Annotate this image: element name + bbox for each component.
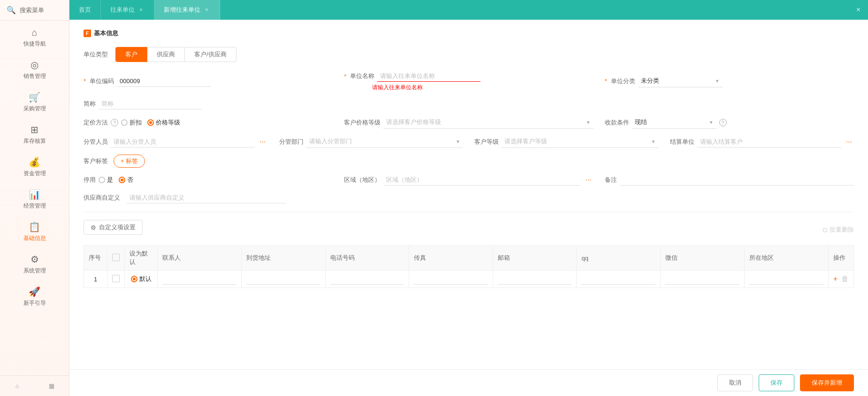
sidebar-item-newbie[interactable]: 🚀 新手引导 bbox=[0, 280, 69, 312]
th-phone: 电话号码 bbox=[325, 246, 409, 271]
address-input[interactable] bbox=[246, 273, 320, 285]
region-field: 区域（地区） ··· bbox=[344, 174, 593, 186]
dept-arrow: ▼ bbox=[456, 139, 460, 144]
bulk-delete-button[interactable]: ⊡ 批量删除 bbox=[822, 225, 854, 234]
cancel-button[interactable]: 取消 bbox=[717, 374, 753, 391]
tabbar: 首页 往来单位 × 新增往来单位 × × bbox=[69, 0, 868, 20]
pricing-help-icon[interactable]: ? bbox=[111, 119, 118, 126]
customer-price-level-arrow: ▼ bbox=[586, 120, 591, 125]
customer-level-select[interactable]: 请选择客户等级 ▼ bbox=[502, 135, 659, 148]
tab-contacts-close[interactable]: × bbox=[137, 6, 145, 14]
row-add-btn[interactable]: + bbox=[833, 275, 838, 283]
row-default-radio[interactable]: 默认 bbox=[129, 275, 152, 283]
wechat-input[interactable] bbox=[665, 273, 739, 285]
sidebar-item-purchase[interactable]: 🛒 采购管理 bbox=[0, 85, 69, 117]
customer-price-level-placeholder: 请选择客户价格等级 bbox=[386, 118, 584, 126]
table-body: 1 默认 bbox=[84, 271, 854, 288]
content-area: F 基本信息 单位类型 客户 供应商 客户/供应商 * 单位编码 * 单位名称 bbox=[69, 20, 868, 396]
unit-category-field: * 单位分类 未分类 ▼ bbox=[605, 70, 854, 92]
remark-input[interactable] bbox=[620, 174, 854, 186]
row-address[interactable] bbox=[241, 271, 325, 288]
disabled-no[interactable]: 否 bbox=[119, 176, 133, 184]
pricing-method-field: 定价方法 ? 折扣 价格等级 bbox=[84, 118, 333, 127]
row-checkbox-cell[interactable] bbox=[107, 271, 125, 288]
save-button[interactable]: 保存 bbox=[759, 374, 794, 391]
row-wechat[interactable] bbox=[661, 271, 745, 288]
search-icon: 🔍 bbox=[7, 6, 16, 15]
discount-radio-label: 折扣 bbox=[129, 118, 142, 127]
row-phone[interactable] bbox=[325, 271, 409, 288]
supplier-custom-input[interactable] bbox=[127, 192, 286, 203]
sidebar-item-quick-nav[interactable]: ⌂ 快捷导航 bbox=[0, 21, 69, 53]
row-delete-btn[interactable]: 🗑 bbox=[841, 275, 849, 283]
row-contact[interactable] bbox=[158, 271, 242, 288]
search-menu[interactable]: 🔍 搜索菜单 bbox=[0, 0, 69, 21]
sidebar-item-operations[interactable]: 📊 经营管理 bbox=[0, 182, 69, 215]
region-input[interactable] bbox=[383, 174, 580, 186]
disabled-radio-group: 是 否 bbox=[99, 176, 133, 184]
short-name-input[interactable] bbox=[99, 98, 202, 109]
discount-radio-circle bbox=[121, 119, 128, 126]
unit-category-select[interactable]: 未分类 ▼ bbox=[638, 75, 723, 87]
unit-type-customer[interactable]: 客户 bbox=[115, 47, 147, 62]
region-more-btn[interactable]: ··· bbox=[583, 176, 593, 184]
th-fax: 传真 bbox=[409, 246, 493, 271]
email-input[interactable] bbox=[498, 273, 572, 285]
sidebar-item-basics[interactable]: 📋 基础信息 bbox=[0, 215, 69, 247]
save-and-add-button[interactable]: 保存并新增 bbox=[800, 374, 854, 391]
manager-more-btn[interactable]: ··· bbox=[258, 138, 267, 146]
pricing-radio-price-level[interactable]: 价格等级 bbox=[147, 118, 180, 127]
sidebar-bottom-bars[interactable]: ▦ bbox=[35, 380, 69, 392]
pricing-radio-discount[interactable]: 折扣 bbox=[121, 118, 142, 127]
tab-new-contact-close[interactable]: × bbox=[203, 6, 210, 14]
remark-label: 备注 bbox=[605, 176, 617, 184]
settlement-unit-more-btn[interactable]: ··· bbox=[844, 138, 854, 146]
settlement-unit-input[interactable] bbox=[697, 136, 841, 148]
sidebar-bottom: ⌂ ▦ bbox=[0, 375, 69, 396]
row-region[interactable] bbox=[744, 271, 828, 288]
disabled-field: 停用 是 否 bbox=[84, 176, 333, 184]
unit-type-both[interactable]: 客户/供应商 bbox=[185, 47, 236, 62]
sidebar-item-sales[interactable]: ◎ 销售管理 bbox=[0, 53, 69, 85]
unit-name-input[interactable] bbox=[377, 70, 480, 82]
row-qq[interactable] bbox=[577, 271, 661, 288]
tab-new-contact[interactable]: 新增往来单位 × bbox=[154, 0, 220, 20]
add-tag-button[interactable]: + 标签 bbox=[114, 155, 145, 168]
remark-field: 备注 bbox=[605, 174, 854, 186]
customer-level-label: 客户等级 bbox=[474, 138, 499, 146]
custom-setting-button[interactable]: ⚙ 自定义项设置 bbox=[84, 220, 143, 235]
payment-terms-help-icon[interactable]: ? bbox=[719, 119, 727, 126]
row-checkbox[interactable] bbox=[112, 275, 120, 282]
row-email[interactable] bbox=[493, 271, 577, 288]
customer-price-level-field: 客户价格等级 请选择客户价格等级 ▼ bbox=[344, 116, 593, 129]
dept-select[interactable]: 请输入分管部门 ▼ bbox=[306, 135, 464, 148]
unit-type-supplier[interactable]: 供应商 bbox=[147, 47, 185, 62]
disabled-yes[interactable]: 是 bbox=[99, 176, 113, 184]
fax-input[interactable] bbox=[414, 273, 488, 285]
row-region-input[interactable] bbox=[749, 273, 823, 285]
select-all-checkbox[interactable] bbox=[112, 254, 120, 261]
tab-new-contact-label: 新增往来单位 bbox=[164, 6, 200, 14]
row-actions-cell: + 🗑 bbox=[828, 271, 853, 288]
contact-input[interactable] bbox=[162, 273, 236, 285]
supplier-custom-label: 供应商自定义 bbox=[84, 194, 121, 202]
qq-input[interactable] bbox=[581, 273, 655, 285]
sidebar-item-inventory[interactable]: ⊞ 库存核算 bbox=[0, 117, 69, 150]
pricing-radio-group: 折扣 价格等级 bbox=[121, 118, 180, 127]
th-address: 到货地址 bbox=[241, 246, 325, 271]
th-checkbox[interactable] bbox=[107, 246, 125, 271]
sidebar-item-system[interactable]: ⚙ 系统管理 bbox=[0, 247, 69, 280]
unit-code-input[interactable] bbox=[117, 76, 211, 87]
tab-contacts[interactable]: 往来单位 × bbox=[101, 0, 154, 20]
customer-price-level-select[interactable]: 请选择客户价格等级 ▼ bbox=[383, 116, 593, 129]
row-fax[interactable] bbox=[409, 271, 493, 288]
payment-terms-select[interactable]: 现结 ▼ bbox=[632, 116, 716, 129]
tab-home[interactable]: 首页 bbox=[69, 0, 101, 20]
bottom-home-icon: ⌂ bbox=[15, 382, 19, 389]
sidebar-bottom-home[interactable]: ⌂ bbox=[0, 380, 35, 392]
manager-input[interactable] bbox=[111, 136, 255, 148]
sidebar-label-inventory: 库存核算 bbox=[23, 137, 46, 145]
sidebar-item-finance[interactable]: 💰 资金管理 bbox=[0, 150, 69, 182]
phone-input[interactable] bbox=[330, 273, 404, 285]
tabbar-global-close[interactable]: × bbox=[849, 6, 868, 14]
